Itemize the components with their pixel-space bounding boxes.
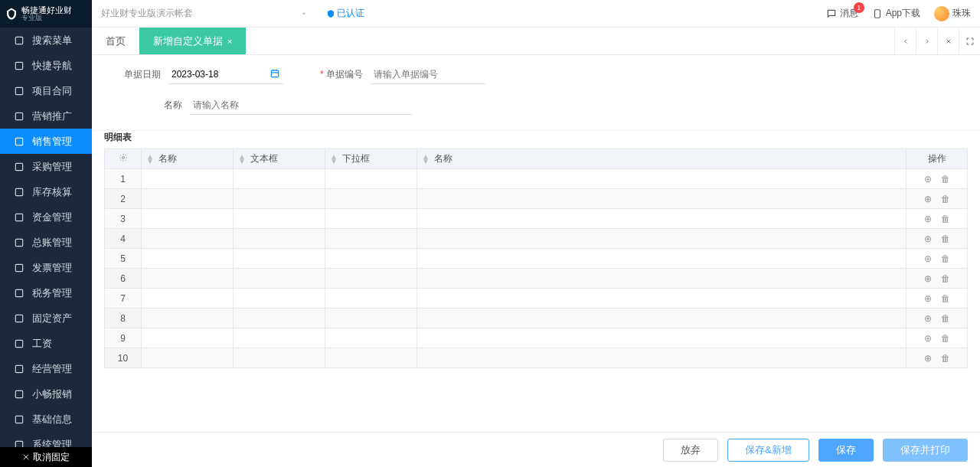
message-button[interactable]: 消息 1 xyxy=(826,7,858,20)
name-input[interactable] xyxy=(190,95,412,115)
add-row-icon[interactable]: ⊕ xyxy=(924,353,932,364)
cell[interactable] xyxy=(142,249,234,269)
sidebar-item-11[interactable]: 固定资产 xyxy=(0,305,92,331)
add-row-icon[interactable]: ⊕ xyxy=(924,194,932,204)
save-print-button[interactable]: 保存并打印 xyxy=(883,439,968,462)
add-row-icon[interactable]: ⊕ xyxy=(924,293,932,304)
cell[interactable] xyxy=(234,348,325,368)
cell[interactable] xyxy=(325,169,417,189)
sidebar-item-5[interactable]: 采购管理 xyxy=(0,154,92,179)
cell[interactable] xyxy=(142,229,234,249)
cell[interactable] xyxy=(142,289,234,309)
sidebar-item-0[interactable]: 搜索菜单 xyxy=(0,28,92,53)
sidebar-item-3[interactable]: 营销推广 xyxy=(0,103,92,129)
add-row-icon[interactable]: ⊕ xyxy=(924,313,932,324)
cell[interactable] xyxy=(325,249,417,269)
delete-row-icon[interactable]: 🗑 xyxy=(941,353,950,364)
add-row-icon[interactable]: ⊕ xyxy=(924,253,932,264)
add-row-icon[interactable]: ⊕ xyxy=(924,333,932,344)
sidebar-item-1[interactable]: 快捷导航 xyxy=(0,53,92,78)
cell[interactable] xyxy=(417,249,906,269)
cell[interactable] xyxy=(142,269,234,289)
code-input[interactable] xyxy=(371,64,485,84)
add-row-icon[interactable]: ⊕ xyxy=(924,214,932,224)
add-row-icon[interactable]: ⊕ xyxy=(924,273,932,284)
delete-row-icon[interactable]: 🗑 xyxy=(941,313,950,324)
fullscreen-button[interactable] xyxy=(959,28,980,54)
sidebar-item-15[interactable]: 基础信息 xyxy=(0,407,92,432)
cell[interactable] xyxy=(234,229,325,249)
cell[interactable] xyxy=(417,269,906,289)
th-0[interactable]: ▲▼名称 xyxy=(142,149,234,169)
cell[interactable] xyxy=(234,269,325,289)
cell[interactable] xyxy=(417,309,906,328)
cell[interactable] xyxy=(234,249,325,269)
cell[interactable] xyxy=(142,348,234,368)
cell[interactable] xyxy=(234,169,325,189)
cell[interactable] xyxy=(325,289,417,309)
cell[interactable] xyxy=(142,328,234,348)
cell[interactable] xyxy=(325,269,417,289)
download-button[interactable]: App下载 xyxy=(872,7,920,20)
cell[interactable] xyxy=(325,328,417,348)
user-menu[interactable]: 珠珠 xyxy=(934,6,971,21)
date-input[interactable] xyxy=(168,64,283,84)
add-row-icon[interactable]: ⊕ xyxy=(924,174,932,185)
sidebar-item-6[interactable]: 库存核算 xyxy=(0,179,92,204)
cell[interactable] xyxy=(417,328,906,348)
sidebar-item-13[interactable]: 经营管理 xyxy=(0,356,92,381)
tab-close-button[interactable] xyxy=(937,28,959,54)
delete-row-icon[interactable]: 🗑 xyxy=(941,273,950,284)
th-2[interactable]: ▲▼下拉框 xyxy=(325,149,417,169)
cell[interactable] xyxy=(417,189,906,209)
sidebar-item-2[interactable]: 项目合同 xyxy=(0,78,92,103)
th-gear[interactable] xyxy=(105,149,142,169)
cell[interactable] xyxy=(234,289,325,309)
tab-1[interactable]: 新增自定义单据× xyxy=(139,28,246,54)
cell[interactable] xyxy=(325,209,417,229)
save-button[interactable]: 保存 xyxy=(818,439,874,462)
cell[interactable] xyxy=(234,309,325,328)
delete-row-icon[interactable]: 🗑 xyxy=(941,293,950,304)
cell[interactable] xyxy=(142,209,234,229)
delete-row-icon[interactable]: 🗑 xyxy=(941,333,950,344)
tab-next-button[interactable] xyxy=(916,28,937,54)
cell[interactable] xyxy=(417,209,906,229)
sidebar-item-9[interactable]: 发票管理 xyxy=(0,255,92,280)
tab-close-icon[interactable]: × xyxy=(227,37,232,46)
sidebar-item-7[interactable]: 资金管理 xyxy=(0,204,92,230)
cell[interactable] xyxy=(325,309,417,328)
cell[interactable] xyxy=(142,189,234,209)
cell[interactable] xyxy=(417,229,906,249)
cell[interactable] xyxy=(325,348,417,368)
cell[interactable] xyxy=(142,309,234,328)
account-selector[interactable]: 好业财专业版演示帐套 xyxy=(101,7,308,20)
save-new-button[interactable]: 保存&新增 xyxy=(727,439,809,462)
th-1[interactable]: ▲▼文本框 xyxy=(234,149,325,169)
sidebar-item-14[interactable]: 小畅报销 xyxy=(0,381,92,407)
cell[interactable] xyxy=(234,189,325,209)
delete-row-icon[interactable]: 🗑 xyxy=(941,174,950,185)
cell[interactable] xyxy=(417,289,906,309)
add-row-icon[interactable]: ⊕ xyxy=(924,234,932,244)
sidebar-item-16[interactable]: 系统管理 xyxy=(0,432,92,447)
cell[interactable] xyxy=(325,189,417,209)
cell[interactable] xyxy=(417,348,906,368)
unpin-button[interactable]: 取消固定 xyxy=(0,447,92,467)
th-3[interactable]: ▲▼名称 xyxy=(417,149,906,169)
cell[interactable] xyxy=(417,169,906,189)
delete-row-icon[interactable]: 🗑 xyxy=(941,194,950,204)
cell[interactable] xyxy=(234,209,325,229)
discard-button[interactable]: 放弃 xyxy=(663,439,718,462)
cell[interactable] xyxy=(325,229,417,249)
delete-row-icon[interactable]: 🗑 xyxy=(941,253,950,264)
sidebar-item-8[interactable]: 总账管理 xyxy=(0,230,92,255)
delete-row-icon[interactable]: 🗑 xyxy=(941,234,950,244)
sidebar-item-10[interactable]: 税务管理 xyxy=(0,280,92,305)
sidebar-item-4[interactable]: 销售管理 xyxy=(0,129,92,154)
cell[interactable] xyxy=(142,169,234,189)
tab-prev-button[interactable] xyxy=(894,28,916,54)
tab-0[interactable]: 首页 xyxy=(92,28,139,54)
cell[interactable] xyxy=(234,328,325,348)
delete-row-icon[interactable]: 🗑 xyxy=(941,214,950,224)
